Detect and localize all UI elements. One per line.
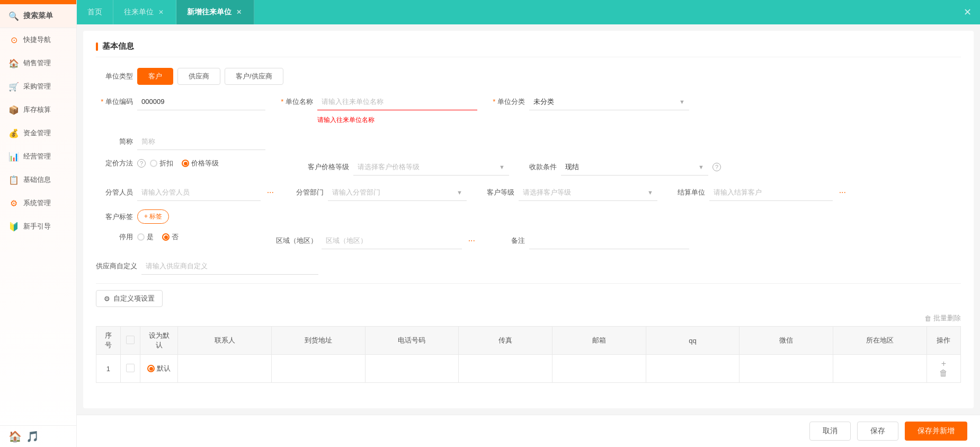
disabled-no-radio[interactable]: 否 xyxy=(162,232,179,242)
quick-nav-icon: ⊙ xyxy=(8,34,19,45)
unit-type-label: 单位类型 xyxy=(96,72,133,81)
row-qq-input[interactable] xyxy=(652,365,734,373)
row-contact[interactable] xyxy=(178,355,272,383)
short-name-input[interactable] xyxy=(137,133,265,150)
disabled-yes-radio[interactable]: 是 xyxy=(137,232,154,242)
cancel-button[interactable]: 取消 xyxy=(809,422,851,441)
sidebar-item-label: 系统管理 xyxy=(23,198,51,208)
row-phone[interactable] xyxy=(365,355,459,383)
row-region[interactable] xyxy=(833,355,926,383)
unit-type-row: 单位类型 客户 供应商 客户/供应商 xyxy=(96,68,961,85)
tab-partner[interactable]: 往来单位 ✕ xyxy=(113,0,176,24)
unit-name-input[interactable] xyxy=(317,93,477,110)
unit-type-customer-btn[interactable]: 客户 xyxy=(137,68,173,85)
payment-terms-value: 现结 xyxy=(565,162,579,172)
tab-home[interactable]: 首页 xyxy=(77,0,113,24)
row-default-radio[interactable]: 默认 xyxy=(146,364,172,373)
short-name-row: 简称 xyxy=(96,133,961,150)
col-wechat: 微信 xyxy=(740,327,833,355)
unit-name-field: 单位名称 请输入往来单位名称 xyxy=(276,93,477,125)
manager-input[interactable] xyxy=(137,184,261,201)
sidebar-item-inventory[interactable]: 📦 库存核算 xyxy=(0,98,76,121)
tab-new-partner-close[interactable]: ✕ xyxy=(235,8,243,16)
settlement-unit-input[interactable] xyxy=(709,184,833,201)
region-field: 区域（地区） ··· xyxy=(276,232,477,249)
settlement-unit-ellipsis-btn[interactable]: ··· xyxy=(837,188,848,197)
supplier-custom-input[interactable] xyxy=(141,258,318,275)
unit-type-both-btn[interactable]: 客户/供应商 xyxy=(225,68,283,85)
save-button[interactable]: 保存 xyxy=(857,422,898,441)
guide-icon: 🔰 xyxy=(8,221,19,232)
custom-settings-btn[interactable]: ⚙ 自定义项设置 xyxy=(96,290,163,307)
tab-partner-close[interactable]: ✕ xyxy=(157,8,165,16)
customer-price-level-select[interactable]: 请选择客户价格等级 ▼ xyxy=(353,159,509,176)
sidebar-footer[interactable]: 🏠 🎵 xyxy=(0,425,76,447)
region-input[interactable] xyxy=(322,232,462,249)
row-email-input[interactable] xyxy=(558,365,640,373)
unit-name-error: 请输入往来单位名称 xyxy=(317,116,375,125)
unit-code-input[interactable] xyxy=(137,93,265,110)
pricing-row: 定价方法 ? 折扣 价格等级 客户价格等级 请选择客户价格等级 xyxy=(96,159,961,176)
sidebar-item-sales[interactable]: 🏠 销售管理 xyxy=(0,51,76,75)
row-check[interactable] xyxy=(126,364,135,372)
row-fax-input[interactable] xyxy=(464,365,547,373)
row-wechat[interactable] xyxy=(740,355,833,383)
manager-row: 分管人员 ··· 分管部门 请输入分管部门 ▼ 客户等级 请选择客户等级 ▼ 结… xyxy=(96,184,961,201)
unit-category-select[interactable]: 未分类 ▼ xyxy=(529,93,689,110)
save-add-button[interactable]: 保存并新增 xyxy=(905,422,967,441)
sidebar-item-basics[interactable]: 📋 基础信息 xyxy=(0,168,76,191)
customer-level-label: 客户等级 xyxy=(477,188,514,197)
contact-table: 序号 设为默认 联系人 到货地址 电话号码 传真 邮箱 qq 微信 所在地区 操… xyxy=(96,326,961,383)
row-address[interactable] xyxy=(271,355,365,383)
row-add-btn[interactable]: + xyxy=(939,359,948,368)
disabled-label: 停用 xyxy=(96,232,133,242)
department-select[interactable]: 请输入分管部门 ▼ xyxy=(328,184,467,201)
tab-bar-close-btn[interactable]: ✕ xyxy=(955,6,980,18)
section-title-text: 基本信息 xyxy=(102,41,134,51)
row-contact-input[interactable] xyxy=(183,365,266,373)
col-checkbox[interactable] xyxy=(120,327,140,355)
remark-input[interactable] xyxy=(529,232,689,249)
pricing-discount-radio[interactable]: 折扣 xyxy=(150,159,173,168)
row-email[interactable] xyxy=(552,355,646,383)
sidebar-item-operations[interactable]: 📊 经营管理 xyxy=(0,145,76,168)
payment-terms-select[interactable]: 现结 ▼ xyxy=(561,159,708,176)
sidebar-item-system[interactable]: ⚙ 系统管理 xyxy=(0,191,76,215)
sidebar-item-finance[interactable]: 💰 资金管理 xyxy=(0,121,76,145)
pricing-help-icon[interactable]: ? xyxy=(137,159,146,168)
department-field: 分管部门 请输入分管部门 ▼ xyxy=(287,184,467,201)
col-phone: 电话号码 xyxy=(365,327,459,355)
row-qq[interactable] xyxy=(646,355,740,383)
remark-field: 备注 xyxy=(488,232,689,249)
sidebar-item-purchase[interactable]: 🛒 采购管理 xyxy=(0,75,76,98)
unit-category-field: 单位分类 未分类 ▼ xyxy=(488,93,689,110)
supplier-custom-row: 供应商自定义 xyxy=(96,258,961,275)
sidebar-item-guide[interactable]: 🔰 新手引导 xyxy=(0,215,76,238)
sidebar-item-quick-nav[interactable]: ⊙ 快捷导航 xyxy=(0,28,76,51)
row-region-input[interactable] xyxy=(839,365,921,373)
pricing-level-radio[interactable]: 价格等级 xyxy=(182,159,219,168)
unit-type-supplier-btn[interactable]: 供应商 xyxy=(177,68,220,85)
row-phone-input[interactable] xyxy=(371,365,453,373)
payment-terms-chevron: ▼ xyxy=(698,164,704,170)
row-fax[interactable] xyxy=(459,355,553,383)
sidebar-item-label: 采购管理 xyxy=(23,82,51,91)
supplier-custom-field: 供应商自定义 xyxy=(96,258,318,275)
disabled-no-circle xyxy=(162,233,170,241)
tab-new-partner[interactable]: 新增往来单位 ✕ xyxy=(176,0,254,24)
manager-ellipsis-btn[interactable]: ··· xyxy=(265,188,276,197)
disabled-yes-label: 是 xyxy=(147,232,154,242)
region-ellipsis-btn[interactable]: ··· xyxy=(466,236,477,246)
row-checkbox[interactable] xyxy=(120,355,140,383)
batch-delete-btn[interactable]: 🗑 批量删除 xyxy=(924,313,961,323)
header-checkbox[interactable] xyxy=(126,336,135,344)
customer-level-select[interactable]: 请选择客户等级 ▼ xyxy=(519,184,657,201)
sidebar-item-search[interactable]: 🔍 搜索菜单 xyxy=(0,4,76,28)
payment-terms-help-icon[interactable]: ? xyxy=(712,163,721,171)
section-flag xyxy=(96,42,98,51)
pricing-discount-circle xyxy=(150,160,157,167)
customer-tag-add-btn[interactable]: + 标签 xyxy=(137,209,169,224)
row-wechat-input[interactable] xyxy=(745,365,827,373)
row-delete-btn[interactable]: 🗑 xyxy=(937,369,950,378)
row-address-input[interactable] xyxy=(277,365,360,373)
